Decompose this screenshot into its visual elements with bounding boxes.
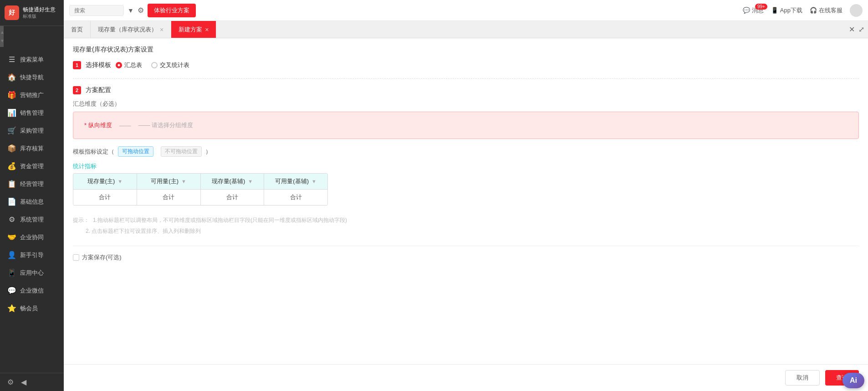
system-icon: ⚙: [7, 215, 16, 224]
logo-text: 畅捷通好生意 标准版: [23, 6, 56, 20]
col3-header[interactable]: 现存量(基辅) ▼: [201, 174, 265, 189]
messages-btn[interactable]: 💬 消息 99+: [743, 6, 764, 15]
sidebar-item-marketing[interactable]: 🎁 营销推广: [0, 86, 64, 104]
sidebar-scroll: ▲ ▼: [0, 26, 4, 47]
sidebar-nav: ☰ 搜索菜单 🏠 快捷导航 🎁 营销推广 📊 销售管理 🛒 采购管理 📦 库存核…: [0, 47, 64, 373]
radio-summary-table[interactable]: 汇总表: [116, 61, 142, 69]
vertical-dimension-label: * 纵向维度: [84, 121, 112, 129]
col2-chevron-icon: ▼: [181, 179, 186, 184]
radio-summary-checked: [116, 62, 122, 68]
stats-table: 现存量(主) ▼ 可用量(主) ▼ 现存量(基辅) ▼: [73, 173, 328, 206]
topbar-dropdown-icon[interactable]: ▼: [128, 7, 134, 14]
member-icon: ⭐: [7, 304, 16, 313]
cancel-button[interactable]: 取消: [785, 370, 820, 386]
tab-inventory-status[interactable]: 现存量（库存状况表） ×: [91, 21, 171, 38]
col1-chevron-icon: ▼: [117, 179, 123, 184]
col2-body: 合计: [137, 190, 201, 205]
step2-title: 方案配置: [86, 86, 111, 94]
settings-icon[interactable]: ⚙: [7, 378, 14, 386]
sidebar-item-system[interactable]: ⚙ 系统管理: [0, 211, 64, 228]
app-download-btn[interactable]: 📱 App下载: [771, 6, 802, 15]
scroll-down[interactable]: ▼: [0, 36, 4, 45]
newbie-icon: 👤: [7, 251, 16, 259]
sidebar-item-finance[interactable]: 💰 资金管理: [0, 157, 64, 175]
enterprise-icon: 🤝: [7, 233, 16, 242]
page-title: 现存量(库存状况表)方案设置: [73, 46, 859, 54]
sidebar-item-enterprise[interactable]: 🤝 企业协同: [0, 228, 64, 246]
search-menu-icon: ☰: [7, 55, 16, 64]
col2-header[interactable]: 可用量(主) ▼: [137, 174, 201, 189]
app-center-icon: 📱: [7, 268, 16, 277]
radio-cross-table[interactable]: 交叉统计表: [151, 61, 189, 69]
ai-float-button[interactable]: Ai: [842, 373, 864, 388]
vertical-dimension-placeholder[interactable]: —— 请选择分组维度: [138, 121, 194, 129]
summary-dimension-label: 汇总维度（必选）: [73, 100, 859, 108]
sidebar-item-inventory[interactable]: 📦 库存核算: [0, 139, 64, 157]
logo-icon: 好: [5, 5, 19, 20]
sidebar-item-sales[interactable]: 📊 销售管理: [0, 104, 64, 122]
sidebar-item-app-center[interactable]: 📱 应用中心: [0, 264, 64, 282]
step1-title: 选择模板: [86, 61, 111, 69]
inventory-icon: 📦: [7, 144, 16, 153]
col4-header[interactable]: 可用量(基辅) ▼: [264, 174, 327, 189]
message-icon: 💬: [743, 7, 750, 14]
wechat-icon: 💬: [7, 286, 16, 295]
tab-new-scheme-close[interactable]: ×: [205, 26, 209, 33]
topbar-search-input[interactable]: [69, 5, 124, 16]
dimension-area: * 纵向维度 —— —— 请选择分组维度: [73, 112, 859, 139]
scroll-up[interactable]: ▲: [0, 28, 4, 36]
section2-header: 2 方案配置: [73, 86, 859, 94]
sidebar-item-basic-info[interactable]: 📄 基础信息: [0, 193, 64, 211]
audio-icon[interactable]: ◀: [21, 378, 26, 386]
col1-header[interactable]: 现存量(主) ▼: [73, 174, 137, 189]
sidebar-item-member[interactable]: ⭐ 畅会员: [0, 299, 64, 317]
sidebar-item-operations[interactable]: 📋 经营管理: [0, 175, 64, 193]
sidebar-item-newbie[interactable]: 👤 新手引导: [0, 246, 64, 264]
online-service-btn[interactable]: 🎧 在线客服: [810, 6, 842, 15]
save-checkbox[interactable]: [73, 254, 79, 261]
footer-bar: 取消 查询: [64, 364, 868, 391]
messages-badge: 99+: [755, 4, 767, 10]
step2-badge: 2: [73, 86, 81, 94]
phone-icon: 📱: [771, 7, 778, 14]
radio-group-template: 汇总表 交叉统计表: [116, 61, 189, 69]
sidebar-item-search-menu[interactable]: ☰ 搜索菜单: [0, 51, 64, 68]
tab-new-scheme[interactable]: 新建方案 ×: [171, 21, 216, 38]
tabs-bar: 首页 现存量（库存状况表） × 新建方案 × ✕ ⤢: [64, 21, 868, 38]
tab-home[interactable]: 首页: [64, 21, 91, 38]
page-container: 现存量(库存状况表)方案设置 1 选择模板 汇总表: [64, 38, 868, 364]
topbar-gear-icon[interactable]: ⚙: [138, 6, 144, 15]
tip2: 2. 点击标题栏下拉可设置排序、插入列和删除列: [73, 226, 859, 237]
section-scheme-config: 2 方案配置 汇总维度（必选） * 纵向维度 —— —— 请选择分组维度: [73, 86, 859, 237]
step1-badge: 1: [73, 61, 81, 69]
sales-icon: 📊: [7, 108, 16, 117]
col3-body: 合计: [201, 190, 265, 205]
marketing-icon: 🎁: [7, 91, 16, 99]
sidebar-logo: 好 畅捷通好生意 标准版: [0, 0, 64, 26]
main-wrapper: ▼ ⚙ 体验行业方案 💬 消息 99+ 📱 App下载 🎧 在线客服 首页: [64, 0, 868, 391]
finance-icon: 💰: [7, 162, 16, 170]
divider-1: [73, 78, 859, 79]
content-area: 现存量(库存状况表)方案设置 1 选择模板 汇总表: [64, 38, 868, 364]
sidebar-item-quick-nav[interactable]: 🏠 快捷导航: [0, 68, 64, 86]
dimension-row: * 纵向维度 —— —— 请选择分组维度: [84, 121, 848, 129]
col4-chevron-icon: ▼: [311, 179, 317, 184]
sidebar: 好 畅捷通好生意 标准版 ▲ ▼ ☰ 搜索菜单 🏠 快捷导航 🎁 营销推广 📊 …: [0, 0, 64, 391]
col4-body: 合计: [264, 190, 327, 205]
stats-table-body: 合计 合计 合计 合计: [73, 190, 327, 205]
stats-label: 统计指标: [73, 162, 859, 170]
stats-table-header: 现存量(主) ▼ 可用量(主) ▼ 现存量(基辅) ▼: [73, 174, 327, 190]
topbar-right: 💬 消息 99+ 📱 App下载 🎧 在线客服: [743, 4, 863, 17]
tab-close-icon[interactable]: ✕: [849, 25, 855, 34]
tab-expand-icon[interactable]: ⤢: [858, 25, 864, 34]
section1-header: 1 选择模板 汇总表 交叉统计表: [73, 61, 859, 69]
sidebar-item-wechat[interactable]: 💬 企业微信: [0, 282, 64, 299]
sidebar-bottom: ⚙ ◀: [0, 373, 64, 391]
col3-chevron-icon: ▼: [248, 179, 253, 184]
indicator-settings-label: 模板指标设定（ 可拖动位置 不可拖动位置 ）: [73, 146, 859, 157]
sidebar-item-purchase[interactable]: 🛒 采购管理: [0, 122, 64, 139]
user-avatar[interactable]: [850, 4, 863, 17]
industry-btn[interactable]: 体验行业方案: [148, 4, 196, 17]
draggable-badge: 可拖动位置: [118, 146, 153, 157]
tab-inventory-status-close[interactable]: ×: [160, 26, 163, 33]
